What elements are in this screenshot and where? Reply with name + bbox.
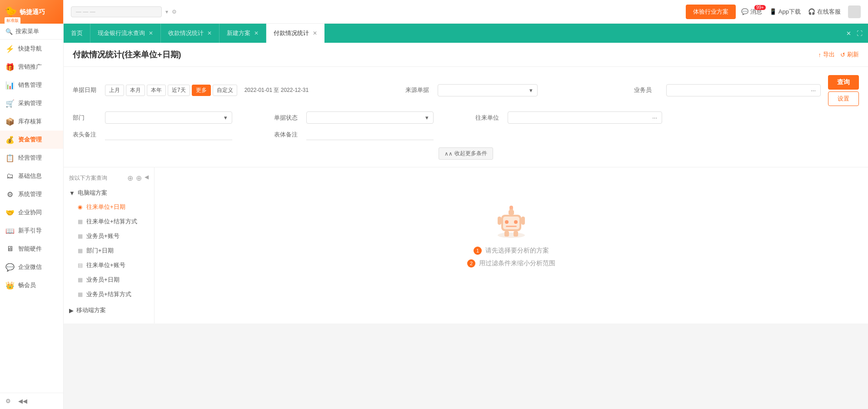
- header-note-input[interactable]: [105, 129, 232, 140]
- finance-icon: 💰: [5, 135, 15, 144]
- scheme-icon: ▦: [76, 276, 84, 283]
- sidebar-search[interactable]: 🔍 搜索菜单: [0, 24, 63, 40]
- tab-close-icon[interactable]: ✕: [313, 30, 317, 36]
- ellipsis-icon: ···: [652, 114, 657, 121]
- chevron-down-icon[interactable]: ▾: [165, 9, 168, 15]
- source-select[interactable]: ▾: [438, 84, 538, 96]
- settings-icon[interactable]: ⚙: [172, 9, 177, 15]
- desktop-label: 电脑端方案: [78, 189, 107, 197]
- tab-cash-flow[interactable]: 现金银行流水查询 ✕: [90, 24, 161, 43]
- collapse-panel-icon[interactable]: ◀: [145, 174, 149, 182]
- collapse-sidebar-icon[interactable]: ◀◀: [18, 398, 27, 404]
- sidebar-item-purchase[interactable]: 🛒 采购管理: [0, 94, 63, 112]
- sidebar-item-marketing[interactable]: 🎁 营销推广: [0, 58, 63, 76]
- export-button[interactable]: ↑ 导出: [818, 50, 835, 59]
- scheme-icon: ▦: [76, 247, 84, 254]
- message-button[interactable]: 💬 消息 99+: [741, 8, 762, 16]
- ellipsis-icon: ···: [811, 87, 816, 94]
- sidebar-item-enterprise[interactable]: 🤝 企业协同: [0, 203, 63, 222]
- body-note-input[interactable]: [306, 129, 434, 140]
- sidebar-item-weixin[interactable]: 💬 企业微信: [0, 258, 63, 276]
- refresh-label: 刷新: [847, 50, 859, 59]
- filter-row-2: 部门 ▾ 单据状态 ▾ 往来单位 ···: [73, 111, 859, 124]
- sidebar-item-inventory[interactable]: 📦 库存核算: [0, 112, 63, 131]
- guide-icon: 📖: [5, 226, 15, 235]
- date-btn-this-month[interactable]: 本月: [126, 85, 145, 96]
- dept-select[interactable]: ▾: [105, 111, 232, 124]
- tab-new-scheme[interactable]: 新建方案 ✕: [219, 24, 266, 43]
- empty-hint-1: 1 请先选择要分析的方案: [474, 247, 549, 255]
- expand-icon[interactable]: ⛶: [857, 30, 863, 37]
- operations-icon: 📋: [5, 153, 15, 162]
- date-buttons: 上月 本月 本年 近7天 更多 自定义: [105, 85, 237, 96]
- query-button[interactable]: 查询: [828, 75, 859, 90]
- topbar-address: — — — ▾ ⚙: [71, 6, 680, 17]
- service-icon: 🎧: [808, 8, 815, 15]
- avatar[interactable]: [848, 5, 861, 18]
- sales-icon: 📊: [5, 81, 15, 90]
- nav-label: 系统管理: [18, 190, 42, 198]
- sidebar-item-quick-nav[interactable]: ⚡ 快捷导航: [0, 40, 63, 58]
- salesman-select[interactable]: ···: [666, 84, 821, 96]
- date-btn-7days[interactable]: 近7天: [168, 85, 190, 96]
- settings-bottom-icon[interactable]: ⚙: [5, 398, 11, 404]
- nav-label: 库存核算: [18, 117, 42, 126]
- query-actions: 查询 设置: [828, 75, 859, 106]
- sidebar-nav: ⚡ 快捷导航 🎁 营销推广 📊 销售管理 🛒 采购管理 📦 库存核算 💰 资金管…: [0, 40, 63, 393]
- voucher-status-select[interactable]: ▾: [306, 111, 434, 124]
- sidebar-item-basic[interactable]: 🗂 基础信息: [0, 167, 63, 185]
- date-btn-last-month[interactable]: 上月: [105, 85, 124, 96]
- settings-button[interactable]: 设置: [828, 91, 859, 106]
- sidebar-item-hardware[interactable]: 🖥 智能硬件: [0, 240, 63, 258]
- mobile-group-title[interactable]: ▶ 移动端方案: [64, 303, 154, 317]
- scheme-icon: ▦: [76, 232, 84, 240]
- trial-button[interactable]: 体验行业方案: [686, 5, 736, 19]
- scheme-item-4[interactable]: ▤ 往来单位+账号: [64, 258, 154, 273]
- message-badge: 99+: [754, 5, 766, 10]
- refresh-button[interactable]: ↺ 刷新: [840, 50, 859, 59]
- app-download-button[interactable]: 📱 App下载: [769, 8, 801, 16]
- sidebar-item-guide[interactable]: 📖 新手引导: [0, 222, 63, 240]
- close-all-icon[interactable]: ✕: [846, 30, 851, 37]
- scheme-item-3[interactable]: ▦ 部门+日期: [64, 243, 154, 258]
- message-icon: 💬: [741, 8, 748, 15]
- sidebar-item-operations[interactable]: 📋 经营管理: [0, 149, 63, 167]
- partner-select[interactable]: ···: [508, 111, 662, 124]
- date-btn-this-year[interactable]: 本年: [147, 85, 166, 96]
- page-title: 付款情况统计(往来单位+日期): [73, 49, 181, 60]
- scheme-label: 业务员+结算方式: [86, 290, 131, 298]
- hint-num-1: 1: [474, 247, 482, 255]
- tab-payment-stats[interactable]: 付款情况统计 ✕: [266, 24, 324, 43]
- scheme-item-1[interactable]: ▦ 往来单位+结算方式: [64, 214, 154, 229]
- scheme-item-6[interactable]: ▦ 业务员+结算方式: [64, 287, 154, 302]
- address-bar[interactable]: — — —: [71, 6, 162, 17]
- svg-rect-10: [521, 217, 525, 225]
- collapse-button[interactable]: ∧∧ 收起更多条件: [439, 147, 493, 160]
- settings-scheme-icon[interactable]: ⊕: [136, 174, 142, 182]
- date-btn-more[interactable]: 更多: [192, 85, 211, 96]
- tab-close-icon[interactable]: ✕: [207, 30, 212, 36]
- main-area: — — — ▾ ⚙ 体验行业方案 💬 消息 99+ 📱 App下载 🎧 在线客服: [64, 0, 868, 409]
- scheme-item-0[interactable]: ◉ 往来单位+日期: [64, 200, 154, 214]
- tab-home[interactable]: 首页: [64, 24, 90, 43]
- online-service-button[interactable]: 🎧 在线客服: [808, 8, 841, 16]
- nav-label: 资金管理: [18, 136, 42, 144]
- date-btn-custom[interactable]: 自定义: [213, 85, 237, 96]
- desktop-group-title[interactable]: ▼ 电脑端方案: [64, 186, 154, 200]
- sidebar-bottom: ⚙ ◀◀: [0, 393, 63, 409]
- scheme-label: 往来单位+结算方式: [86, 217, 137, 226]
- page-actions: ↑ 导出 ↺ 刷新: [818, 50, 859, 59]
- add-scheme-icon[interactable]: ⊕: [127, 174, 133, 182]
- tab-receipt-stats[interactable]: 收款情况统计 ✕: [161, 24, 219, 43]
- sidebar-item-member[interactable]: 👑 畅会员: [0, 276, 63, 294]
- sidebar-item-sales[interactable]: 📊 销售管理: [0, 76, 63, 94]
- tab-label: 现金银行流水查询: [98, 29, 145, 37]
- sidebar: 🐤 畅捷通巧 标准版 🔍 搜索菜单 ⚡ 快捷导航 🎁 营销推广 📊 销售管理 🛒…: [0, 0, 64, 409]
- tab-close-icon[interactable]: ✕: [254, 30, 259, 36]
- scheme-item-2[interactable]: ▦ 业务员+账号: [64, 229, 154, 243]
- tab-close-icon[interactable]: ✕: [149, 30, 153, 36]
- sidebar-item-system[interactable]: ⚙ 系统管理: [0, 185, 63, 203]
- nav-label: 快捷导航: [18, 45, 42, 53]
- sidebar-item-finance[interactable]: 💰 资金管理: [0, 131, 63, 149]
- scheme-item-5[interactable]: ▦ 业务员+日期: [64, 273, 154, 287]
